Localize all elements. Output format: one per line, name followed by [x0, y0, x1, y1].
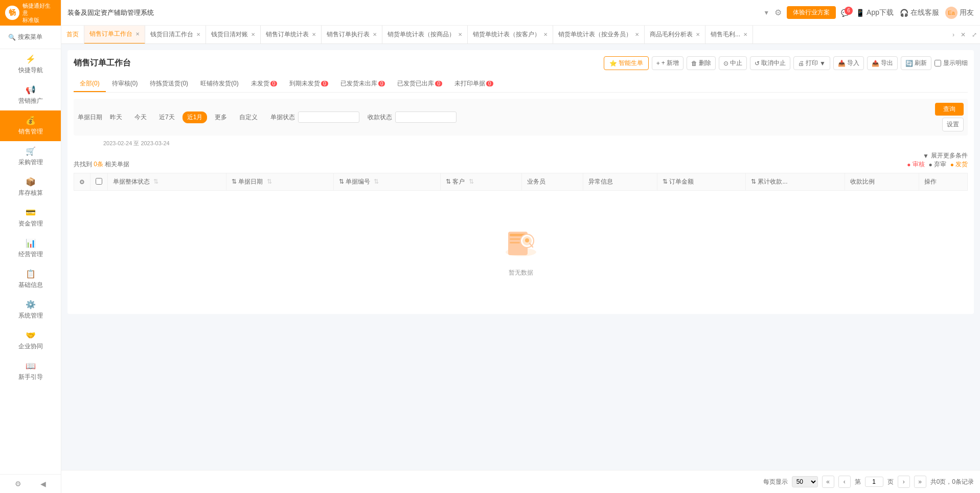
online-service-btn[interactable]: 🎧 在线客服 — [900, 8, 939, 17]
audit-action-btn[interactable]: ● 审核 — [907, 160, 924, 169]
ship-action-btn[interactable]: ● 发货 — [950, 160, 968, 169]
user-btn[interactable]: Ea 用友 — [945, 7, 974, 19]
smart-order-button[interactable]: ⭐ 智能生单 — [604, 56, 649, 70]
col-anomaly[interactable]: 异常信息 — [583, 173, 657, 191]
table-settings-header[interactable]: ⚙ — [74, 173, 90, 191]
tab-sales-stats[interactable]: 销售订单统计表 ✕ — [261, 26, 322, 44]
date-btn-today[interactable]: 今天 — [130, 111, 151, 123]
cancel-stop-button[interactable]: ↺ 取消中止 — [750, 56, 790, 70]
payment-status-select[interactable] — [395, 111, 457, 123]
prev-page-button[interactable]: ‹ — [838, 476, 851, 488]
sidebar-item-finance[interactable]: 💳 资金管理 — [0, 203, 61, 233]
tab-close-cash-reconcile[interactable]: ✕ — [251, 32, 255, 37]
sidebar-item-cooperation[interactable]: 🤝 企业协同 — [0, 325, 61, 356]
table-checkbox-header[interactable] — [90, 173, 108, 191]
col-doc-status[interactable]: 单据整体状态 ⇅ — [108, 173, 226, 191]
delete-button[interactable]: 🗑 删除 — [687, 56, 716, 70]
tab-sales-more[interactable]: 销售毛利... ✕ — [705, 26, 753, 44]
tab-close-all-btn[interactable]: ✕ — [958, 26, 969, 44]
expand-more-button[interactable]: ▼ 展开更多条件 — [923, 151, 968, 160]
cancel-audit-action-btn[interactable]: ● 弃审 — [929, 160, 946, 169]
sidebar-collapse-btn[interactable]: ◀ — [40, 480, 46, 488]
sub-tab-shipped-out[interactable]: 已发货已出库0 — [391, 76, 448, 92]
tab-close-summary-customer[interactable]: ✕ — [543, 32, 548, 37]
col-customer[interactable]: ⇅ 客户 ⇅ — [441, 173, 522, 191]
sub-tab-expired-not-shipped[interactable]: 到期未发货0 — [283, 76, 334, 92]
sidebar-item-quick-nav[interactable]: ⚡ 快捷导航 — [0, 49, 61, 80]
tab-close-sales-exec[interactable]: ✕ — [373, 32, 377, 37]
first-page-button[interactable]: « — [822, 476, 834, 488]
tab-sales-workbench[interactable]: 销售订单工作台 ✕ — [84, 26, 145, 44]
tab-close-cash-daily[interactable]: ✕ — [196, 32, 200, 37]
import-icon: 📥 — [838, 60, 846, 67]
sidebar-item-basic-info[interactable]: 📋 基础信息 — [0, 264, 61, 295]
page-size-select[interactable]: 20 50 100 — [792, 476, 818, 487]
sidebar-settings-btn[interactable]: ⚙ — [15, 480, 21, 488]
sort-indicator2: ⇅ — [339, 178, 344, 185]
sub-tab-pending-inspect[interactable]: 待拣货送货(0) — [144, 76, 194, 92]
print-icon: 🖨 — [798, 60, 804, 67]
tab-product-margin[interactable]: 商品毛利分析表 ✕ — [645, 26, 705, 44]
sidebar-item-operations[interactable]: 📊 经营管理 — [0, 233, 61, 264]
sidebar-item-inventory[interactable]: 📦 库存核算 — [0, 172, 61, 203]
doc-status-select[interactable] — [298, 111, 359, 123]
tab-sales-summary-customer[interactable]: 销货单统计表（按客户） ✕ — [468, 26, 553, 44]
import-button[interactable]: 📥 导入 — [833, 56, 864, 70]
next-page-button[interactable]: › — [898, 476, 910, 488]
print-button[interactable]: 🖨 打印 ▼ — [793, 56, 830, 70]
show-detail-checkbox[interactable] — [935, 60, 941, 66]
sub-tab-not-printed[interactable]: 未打印单据0 — [448, 76, 499, 92]
sidebar-item-purchase[interactable]: 🛒 采购管理 — [0, 141, 61, 172]
sub-tab-all[interactable]: 全部(0) — [74, 76, 106, 92]
sidebar-item-marketing[interactable]: 📢 营销推广 — [0, 80, 61, 110]
date-btn-yesterday[interactable]: 昨天 — [105, 111, 127, 123]
tab-close-sales-workbench[interactable]: ✕ — [135, 31, 140, 37]
refresh-button[interactable]: 🔄 刷新 — [901, 56, 931, 70]
date-btn-more[interactable]: 更多 — [210, 111, 232, 123]
tab-sales-summary-product[interactable]: 销货单统计表（按商品） ✕ — [382, 26, 468, 44]
tab-home[interactable]: 首页 — [61, 26, 84, 44]
tab-sales-exec[interactable]: 销售订单执行表 ✕ — [322, 26, 382, 44]
date-btn-7days[interactable]: 近7天 — [154, 111, 179, 123]
app-download-btn[interactable]: 📱 App下载 — [856, 8, 894, 17]
col-doc-date[interactable]: ⇅ 单据日期 ⇅ — [226, 173, 333, 191]
date-btn-custom[interactable]: 自定义 — [235, 111, 262, 123]
date-btn-1month[interactable]: 近1月 — [183, 111, 208, 123]
tab-close-summary-product[interactable]: ✕ — [458, 32, 462, 37]
tab-close-summary-staff[interactable]: ✕ — [635, 32, 639, 37]
tab-cash-daily[interactable]: 钱货日清工作台 ✕ — [145, 26, 206, 44]
tab-close-sales-more[interactable]: ✕ — [743, 32, 747, 37]
sub-tab-pending-review[interactable]: 待审核(0) — [106, 76, 144, 92]
sidebar-item-sales[interactable]: 💰 销售管理 — [0, 110, 61, 141]
sidebar-item-guide[interactable]: 📖 新手引导 — [0, 356, 61, 387]
sub-tab-not-shipped[interactable]: 未发货0 — [245, 76, 284, 92]
export-button[interactable]: 📤 导出 — [867, 56, 898, 70]
show-detail-checkbox-label[interactable]: 显示明细 — [935, 59, 968, 68]
col-doc-no[interactable]: ⇅ 单据编号 ⇅ — [333, 173, 441, 191]
select-all-checkbox[interactable] — [96, 178, 102, 185]
col-amount[interactable]: ⇅ 订单金额 — [657, 173, 746, 191]
tab-fullscreen-btn[interactable]: ⤢ — [969, 26, 980, 44]
sub-tab-shipped-not-out[interactable]: 已发货未出库0 — [334, 76, 392, 92]
header-settings-icon[interactable]: ⚙ — [774, 8, 782, 17]
col-received[interactable]: ⇅ 累计收款... — [746, 173, 845, 191]
sub-tab-wangpu[interactable]: 旺铺待发货(0) — [194, 76, 245, 92]
tab-close-sales-stats[interactable]: ✕ — [312, 32, 316, 37]
col-staff[interactable]: 业务员 — [522, 173, 583, 191]
industry-solution-button[interactable]: 体验行业方案 — [787, 6, 836, 19]
tab-close-product-margin[interactable]: ✕ — [696, 32, 700, 37]
expand-icon: ▼ — [923, 152, 929, 160]
user-avatar: Ea — [945, 7, 958, 19]
query-button[interactable]: 查询 — [935, 103, 964, 116]
stop-button[interactable]: ⊙ 中止 — [719, 56, 747, 70]
page-number-input[interactable] — [865, 477, 883, 487]
sidebar-search-btn[interactable]: 🔍 搜索菜单 — [4, 30, 57, 44]
tab-cash-reconcile[interactable]: 钱货日清对账 ✕ — [206, 26, 261, 44]
tab-sales-summary-staff[interactable]: 销货单统计表（按业务员） ✕ — [553, 26, 645, 44]
sidebar-item-system[interactable]: ⚙️ 系统管理 — [0, 295, 61, 325]
settings-button[interactable]: 设置 — [942, 118, 964, 131]
tab-scroll-right-btn[interactable]: › — [949, 26, 958, 44]
last-page-button[interactable]: » — [914, 476, 926, 488]
header-dropdown-icon[interactable]: ▼ — [763, 9, 769, 16]
add-button[interactable]: + + 新增 — [652, 56, 683, 70]
